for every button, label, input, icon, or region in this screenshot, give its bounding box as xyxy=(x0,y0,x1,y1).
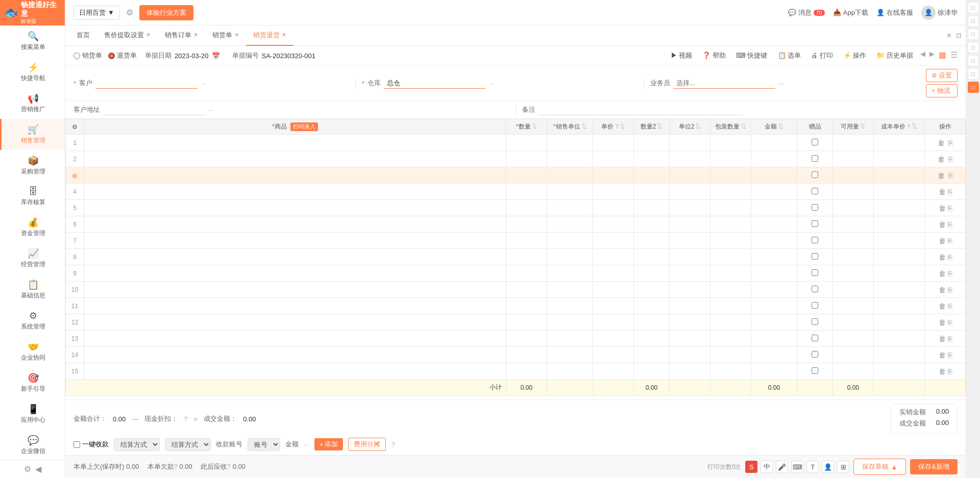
row-3-amount[interactable] xyxy=(751,167,797,184)
action-video[interactable]: ▶ 视频 xyxy=(668,50,696,61)
row-2-amount[interactable] xyxy=(751,151,797,167)
row-2-cost[interactable] xyxy=(874,151,925,167)
row-1-unit2[interactable] xyxy=(670,135,710,151)
sidebar-item-finance[interactable]: 💰 资金管理 xyxy=(0,212,65,243)
one-click-payment-input[interactable] xyxy=(74,441,80,448)
warehouse-input[interactable] xyxy=(384,78,486,89)
row-13-delete[interactable]: 🗑 xyxy=(939,335,946,343)
address-picker-icon[interactable]: ··· xyxy=(208,106,214,114)
row-2-pkg[interactable] xyxy=(710,151,751,167)
add-row-cell[interactable]: ⊕ xyxy=(66,167,84,184)
close-tab-icon[interactable]: ✕ xyxy=(946,32,952,39)
customer-picker-icon[interactable]: ··· xyxy=(201,80,206,87)
row-2-qty2[interactable] xyxy=(634,151,670,167)
action-shortcut[interactable]: ⌨ 快捷键 xyxy=(733,50,771,61)
list-view-icon[interactable]: ☰ xyxy=(950,50,958,61)
tab-price-settings-close[interactable]: ✕ xyxy=(146,32,151,38)
row-3-delete-icon[interactable]: 🗑 xyxy=(938,171,945,180)
sidebar-item-shortcut[interactable]: ⚡ 快捷导航 xyxy=(0,57,65,88)
discount-help-icon[interactable]: ? xyxy=(184,415,187,423)
row-11-copy[interactable]: ⎘ xyxy=(948,302,952,310)
action-print[interactable]: 🖨 打印 xyxy=(808,50,836,61)
tool-keyboard-icon[interactable]: ⌨ xyxy=(791,461,803,473)
salesperson-input[interactable] xyxy=(673,78,775,89)
save-new-button[interactable]: 保存&新增 xyxy=(910,459,958,474)
tool-zh-icon[interactable]: 中 xyxy=(761,461,773,473)
row-3-unit[interactable] xyxy=(547,167,593,184)
row-2-qty[interactable] xyxy=(506,151,547,167)
row-1-unit[interactable] xyxy=(547,135,593,151)
row-10-copy[interactable]: ⎘ xyxy=(948,286,952,294)
sidebar-item-inventory[interactable]: 🗄 库存核算 xyxy=(0,181,65,212)
action-operate[interactable]: ⚡ 操作 xyxy=(840,50,870,61)
row-3-qty2[interactable] xyxy=(634,167,670,184)
summary-method-select[interactable]: 结算方式 xyxy=(165,438,211,451)
fee-help-icon[interactable]: ? xyxy=(391,441,395,448)
row-13-copy[interactable]: ⎘ xyxy=(948,335,952,343)
header-gear-icon[interactable]: ⚙ xyxy=(126,8,133,17)
row-5-delete[interactable]: 🗑 xyxy=(939,204,946,212)
tab-home[interactable]: 首页 xyxy=(69,26,97,46)
row-8-delete[interactable]: 🗑 xyxy=(939,253,946,261)
tab-sales-order-close[interactable]: ✕ xyxy=(193,32,198,38)
row-3-unit2[interactable] xyxy=(670,167,710,184)
tool-translate-icon[interactable]: T xyxy=(806,461,819,473)
add-payment-button[interactable]: + 添加 xyxy=(314,438,344,450)
debt-help-icon[interactable]: ? xyxy=(174,463,178,470)
row-6-copy[interactable]: ⎘ xyxy=(948,220,952,229)
row-12-delete[interactable]: 🗑 xyxy=(939,318,946,326)
grid-view-icon[interactable]: ▦ xyxy=(939,50,946,61)
row-3-pkg[interactable] xyxy=(710,167,751,184)
messages-item[interactable]: 💬 消息 70 xyxy=(788,8,825,17)
radio-return[interactable]: 退货单 xyxy=(108,51,137,60)
sidebar-item-appstore[interactable]: 📱 应用中心 xyxy=(0,398,65,430)
experience-button[interactable]: 体验行业方案 xyxy=(139,5,193,20)
row-11-delete[interactable]: 🗑 xyxy=(939,302,946,310)
row-3-qty[interactable] xyxy=(506,167,547,184)
row-7-delete[interactable]: 🗑 xyxy=(939,237,946,245)
action-select[interactable]: 📋 选单 xyxy=(775,50,804,61)
row-9-copy[interactable]: ⎘ xyxy=(948,269,952,278)
online-service-item[interactable]: 👤 在线客服 xyxy=(876,8,913,17)
next-icon[interactable]: ▶ xyxy=(929,50,935,61)
tool-s-icon[interactable]: S xyxy=(745,461,757,473)
fee-split-button[interactable]: 费用分摊 xyxy=(348,438,386,451)
row-2-gift-check[interactable] xyxy=(812,155,818,162)
amount-picker-icon[interactable]: ··· xyxy=(304,441,309,448)
app-download-item[interactable]: 📥 App下载 xyxy=(833,8,868,17)
row-1-qty2[interactable] xyxy=(634,135,670,151)
daily-dropdown[interactable]: 日用百货 ▼ xyxy=(74,6,120,20)
row-2-price[interactable] xyxy=(593,151,634,167)
row-15-delete[interactable]: 🗑 xyxy=(939,367,946,375)
receivable-help-icon[interactable]: ? xyxy=(227,463,231,470)
action-help[interactable]: ❓ 帮助 xyxy=(699,50,729,61)
scan-entry-button[interactable]: 扫码录入 xyxy=(290,122,318,131)
row-15-gift-check[interactable] xyxy=(812,367,818,374)
sidebar-item-wechat[interactable]: 💬 企业微信 xyxy=(0,430,65,460)
row-1-available[interactable] xyxy=(833,135,874,151)
radio-return-input[interactable] xyxy=(108,53,115,59)
remark-input[interactable] xyxy=(538,104,743,115)
user-item[interactable]: 👤 徐泽华 xyxy=(921,6,958,20)
row-9-gift-check[interactable] xyxy=(812,269,818,276)
right-panel-btn-4[interactable]: □ xyxy=(968,42,979,53)
row-1-cost[interactable] xyxy=(874,135,925,151)
tool-mic-icon[interactable]: 🎤 xyxy=(776,461,788,473)
calc-method-select[interactable]: 结算方式 xyxy=(114,438,160,451)
row-2-unit2[interactable] xyxy=(670,151,710,167)
row-1-copy-icon[interactable]: ⎘ xyxy=(948,139,952,147)
row-5-copy[interactable]: ⎘ xyxy=(948,204,952,212)
radio-delivery-input[interactable] xyxy=(74,53,80,59)
right-panel-btn-1[interactable]: □ xyxy=(968,2,979,13)
row-8-gift-check[interactable] xyxy=(812,253,818,260)
tab-sales-order[interactable]: 销售订单 ✕ xyxy=(158,26,205,46)
row-15-copy[interactable]: ⎘ xyxy=(948,367,952,375)
sidebar-item-guide[interactable]: 🎯 新手引导 xyxy=(0,367,65,398)
row-2-product[interactable] xyxy=(84,151,506,167)
col-header-gear[interactable]: ⚙ xyxy=(66,119,84,135)
save-draft-button[interactable]: 保存草稿 ▲ xyxy=(853,459,906,475)
tool-qr-icon[interactable]: ⊞ xyxy=(837,461,849,473)
row-5-gift-check[interactable] xyxy=(812,204,818,211)
row-10-delete[interactable]: 🗑 xyxy=(939,286,946,294)
row-3-product-input[interactable] xyxy=(86,171,504,179)
